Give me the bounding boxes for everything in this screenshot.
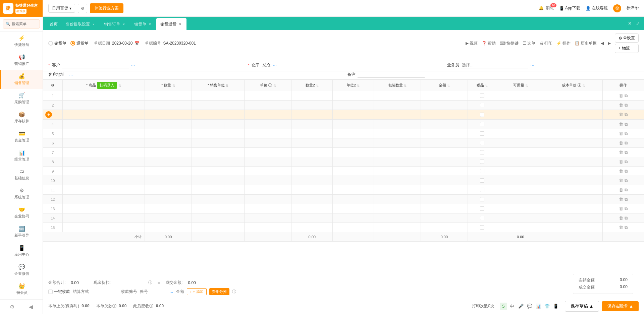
unit2-cell-3[interactable] xyxy=(333,110,374,120)
available-cell-8[interactable] xyxy=(497,157,544,167)
tab-sales-order[interactable]: 销售订单× xyxy=(100,18,130,30)
trial-button[interactable]: 体验行业方案 xyxy=(90,3,123,13)
account-input[interactable] xyxy=(140,289,167,294)
unit2-cell-1[interactable] xyxy=(333,91,374,101)
pack-cell-3[interactable] xyxy=(374,110,421,120)
tool-icon-4[interactable]: 💬 xyxy=(526,303,533,310)
delete-row-15[interactable]: 🗑 xyxy=(619,225,623,230)
sales-unit-cell-7[interactable] xyxy=(192,148,245,157)
copy-row-13[interactable]: ⧉ xyxy=(625,206,628,211)
gift-checkbox-10[interactable] xyxy=(480,178,484,183)
product-cell-13[interactable] xyxy=(62,204,145,213)
sales-unit-cell-8[interactable] xyxy=(192,157,245,167)
qty-cell-6[interactable] xyxy=(145,138,192,148)
discount-input[interactable] xyxy=(116,280,143,285)
gift-checkbox-9[interactable] xyxy=(480,169,484,173)
amount-cell-1[interactable] xyxy=(421,91,468,101)
gift-checkbox-3[interactable] xyxy=(480,113,484,117)
amount-cell-10[interactable] xyxy=(421,176,468,185)
amount-cell-12[interactable] xyxy=(421,195,468,204)
pack-cell-13[interactable] xyxy=(374,204,421,213)
amount-cell-6[interactable] xyxy=(421,138,468,148)
gift-checkbox-1[interactable] xyxy=(480,93,484,98)
unit2-cell-13[interactable] xyxy=(333,204,374,213)
gift-cell-6[interactable] xyxy=(468,138,497,148)
cost-cell-14[interactable] xyxy=(544,213,603,223)
pack-cell-6[interactable] xyxy=(374,138,421,148)
delete-row-12[interactable]: 🗑 xyxy=(619,197,623,202)
next-btn[interactable]: ▶ xyxy=(608,41,611,46)
gift-cell-14[interactable] xyxy=(468,213,497,223)
qty2-cell-11[interactable] xyxy=(291,185,333,195)
sort-product-icon[interactable]: ⇅ xyxy=(118,84,121,87)
sort-unit2-icon[interactable]: ⇅ xyxy=(357,84,360,87)
gift-checkbox-5[interactable] xyxy=(480,131,484,136)
available-cell-13[interactable] xyxy=(497,204,544,213)
select-btn[interactable]: ☰ 选单 xyxy=(523,41,535,46)
pack-cell-15[interactable] xyxy=(374,223,421,232)
unit2-cell-10[interactable] xyxy=(333,176,374,185)
available-cell-5[interactable] xyxy=(497,129,544,138)
online-service-link[interactable]: 👤 在线客服 xyxy=(586,5,608,11)
available-cell-14[interactable] xyxy=(497,213,544,223)
gift-cell-3[interactable] xyxy=(468,110,497,120)
available-cell-3[interactable] xyxy=(497,110,544,120)
unit2-cell-14[interactable] xyxy=(333,213,374,223)
cost-cell-9[interactable] xyxy=(544,167,603,176)
delete-row-9[interactable]: 🗑 xyxy=(619,169,623,174)
qty2-cell-6[interactable] xyxy=(291,138,333,148)
cost-cell-11[interactable] xyxy=(544,185,603,195)
qty2-cell-1[interactable] xyxy=(291,91,333,101)
customer-input[interactable] xyxy=(62,62,129,68)
cost-cell-10[interactable] xyxy=(544,176,603,185)
available-cell-1[interactable] xyxy=(497,91,544,101)
sidebar-item-enterprise[interactable]: 🤝 企业协同 xyxy=(0,203,43,222)
gift-checkbox-11[interactable] xyxy=(480,188,484,192)
delete-row-10[interactable]: 🗑 xyxy=(619,178,623,183)
sort-available-icon[interactable]: ⇅ xyxy=(525,84,528,87)
sort-gift-icon[interactable]: ⇅ xyxy=(485,84,488,87)
tab-close-price-settings[interactable]: × xyxy=(91,22,96,26)
amount-cell-11[interactable] xyxy=(421,185,468,195)
sales-unit-cell-1[interactable] xyxy=(192,91,245,101)
tab-sales-delivery[interactable]: 销货单× xyxy=(130,18,156,30)
price-cell-7[interactable] xyxy=(245,148,291,157)
unit2-cell-5[interactable] xyxy=(333,129,374,138)
product-cell-9[interactable] xyxy=(62,167,145,176)
tab-sales-return[interactable]: 销货退货× xyxy=(156,18,186,30)
sidebar-item-member[interactable]: 👑 畅会员 xyxy=(0,279,43,299)
gift-cell-15[interactable] xyxy=(468,223,497,232)
copy-row-10[interactable]: ⧉ xyxy=(625,178,628,183)
notification-bell[interactable]: 🔔 70 消息 xyxy=(539,5,553,11)
sales-unit-cell-6[interactable] xyxy=(192,138,245,148)
qty-cell-7[interactable] xyxy=(145,148,192,157)
price-cell-4[interactable] xyxy=(245,120,291,129)
cost-cell-12[interactable] xyxy=(544,195,603,204)
cost-cell-6[interactable] xyxy=(544,138,603,148)
amount-cell-9[interactable] xyxy=(421,167,468,176)
amount-cell-15[interactable] xyxy=(421,223,468,232)
gift-checkbox-14[interactable] xyxy=(480,216,484,220)
delete-row-8[interactable]: 🗑 xyxy=(619,159,623,165)
sort-cost-icon[interactable]: ⇅ xyxy=(582,84,585,87)
available-cell-4[interactable] xyxy=(497,120,544,129)
save-draft-button[interactable]: 保存草稿 ▲ xyxy=(565,301,599,312)
gift-checkbox-2[interactable] xyxy=(480,103,484,107)
sales-unit-cell-9[interactable] xyxy=(192,167,245,176)
sidebar-item-marketing[interactable]: 📢 营销推广 xyxy=(0,51,43,70)
tool-icon-5[interactable]: 📊 xyxy=(535,303,542,310)
price-cell-12[interactable] xyxy=(245,195,291,204)
available-cell-9[interactable] xyxy=(497,167,544,176)
qty2-cell-2[interactable] xyxy=(291,101,333,110)
note-input[interactable] xyxy=(358,71,425,78)
video-btn[interactable]: ▶ 视频 xyxy=(466,41,478,46)
gift-checkbox-15[interactable] xyxy=(480,225,484,230)
sales-unit-cell-5[interactable] xyxy=(192,129,245,138)
qty-cell-14[interactable] xyxy=(145,213,192,223)
qty2-cell-7[interactable] xyxy=(291,148,333,157)
gift-cell-10[interactable] xyxy=(468,176,497,185)
unit2-cell-6[interactable] xyxy=(333,138,374,148)
pack-cell-5[interactable] xyxy=(374,129,421,138)
sales-unit-cell-15[interactable] xyxy=(192,223,245,232)
qty2-cell-4[interactable] xyxy=(291,120,333,129)
